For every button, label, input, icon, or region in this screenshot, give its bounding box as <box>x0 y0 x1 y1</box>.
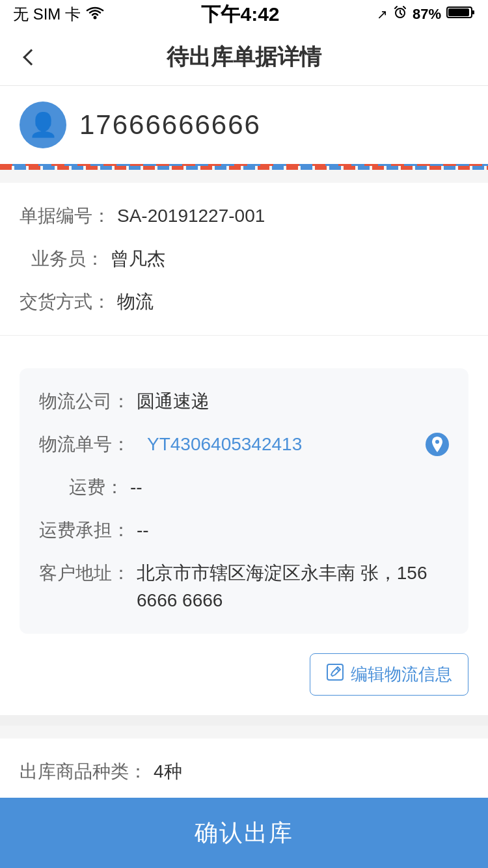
address-value: 北京市市辖区海淀区永丰南 张，156 6666 6666 <box>137 560 449 614</box>
logistics-card: 物流公司： 圆通速递 物流单号： YT4306405342413 运费： -- … <box>20 368 468 634</box>
address-row: 客户地址： 北京市市辖区海淀区永丰南 张，156 6666 6666 <box>39 560 449 614</box>
goods-types-value: 4种 <box>154 758 468 785</box>
freight-bearer-value: -- <box>137 517 449 544</box>
edit-button-row: 编辑物流信息 <box>20 653 468 696</box>
delivery-label: 交货方式： <box>20 288 117 316</box>
svg-rect-3 <box>472 10 474 14</box>
page-title: 待出库单据详情 <box>167 42 321 72</box>
freight-value: -- <box>130 474 449 501</box>
status-time: 下午4:42 <box>201 1 279 28</box>
goods-types-row: 出库商品种类： 4种 <box>20 758 468 785</box>
company-value: 圆通速递 <box>137 388 449 415</box>
goods-types-label: 出库商品种类： <box>20 758 154 785</box>
battery-icon <box>446 5 475 23</box>
avatar: 👤 <box>20 102 66 148</box>
status-right: ↗ 87% <box>377 5 475 23</box>
tracking-row: 物流单号： YT4306405342413 <box>39 431 449 458</box>
freight-row: 运费： -- <box>39 474 449 501</box>
svg-rect-6 <box>327 664 343 680</box>
battery-text: 87% <box>413 6 441 23</box>
freight-bearer-label: 运费承担： <box>39 517 137 544</box>
alarm-icon <box>393 5 407 23</box>
user-phone: 17666666666 <box>79 109 261 141</box>
location-icon[interactable] <box>426 433 449 456</box>
svg-point-5 <box>435 440 439 444</box>
order-no-value: SA-20191227-001 <box>117 202 468 230</box>
wifi-icon <box>86 5 104 23</box>
back-button[interactable] <box>16 42 47 73</box>
basic-info-section: 单据编号： SA-20191227-001 业务员： 曾凡杰 交货方式： 物流 <box>0 183 488 335</box>
location-status-icon: ↗ <box>377 7 388 22</box>
nav-bar: 待出库单据详情 <box>0 29 488 86</box>
staff-value: 曾凡杰 <box>111 245 468 273</box>
svg-rect-4 <box>448 8 469 16</box>
user-header: 👤 17666666666 <box>0 86 488 166</box>
back-arrow-icon <box>23 49 39 65</box>
status-left: 无 SIM 卡 <box>13 4 104 25</box>
order-no-row: 单据编号： SA-20191227-001 <box>20 202 468 230</box>
edit-logistics-button[interactable]: 编辑物流信息 <box>310 653 468 696</box>
edit-logistics-label: 编辑物流信息 <box>351 663 452 686</box>
avatar-icon: 👤 <box>29 111 58 139</box>
status-bar: 无 SIM 卡 下午4:42 ↗ <box>0 0 488 29</box>
logistics-section: 物流公司： 圆通速递 物流单号： YT4306405342413 运费： -- … <box>0 335 488 715</box>
freight-label: 运费： <box>39 474 130 501</box>
bottom-bar: 确认出库 <box>0 798 488 868</box>
delivery-row: 交货方式： 物流 <box>20 288 468 316</box>
carrier-text: 无 SIM 卡 <box>13 4 81 25</box>
delivery-value: 物流 <box>117 288 468 316</box>
freight-bearer-row: 运费承担： -- <box>39 517 449 544</box>
staff-row: 业务员： 曾凡杰 <box>20 245 468 273</box>
company-label: 物流公司： <box>39 388 137 415</box>
edit-icon <box>326 663 344 686</box>
address-label: 客户地址： <box>39 560 137 587</box>
confirm-outbound-button[interactable]: 确认出库 <box>0 798 488 868</box>
tracking-label: 物流单号： <box>39 431 137 458</box>
staff-label: 业务员： <box>20 245 111 273</box>
svg-point-0 <box>94 16 97 20</box>
section-divider <box>0 715 488 726</box>
dashed-divider <box>0 166 488 170</box>
company-row: 物流公司： 圆通速递 <box>39 388 449 415</box>
order-no-label: 单据编号： <box>20 202 117 230</box>
tracking-value: YT4306405342413 <box>147 431 406 458</box>
